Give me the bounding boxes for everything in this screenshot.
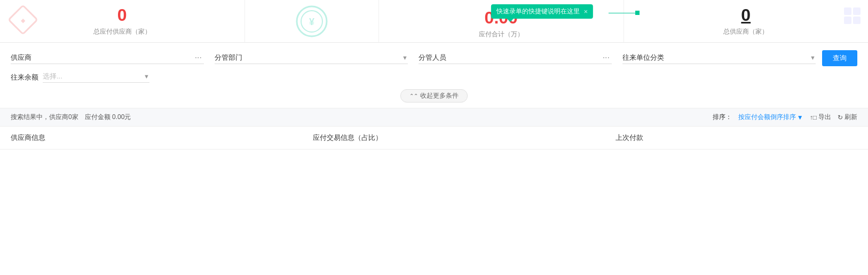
collapse-button[interactable]: ⌃⌃ 收起更多条件 xyxy=(400,89,468,103)
results-prefix: 搜索结果中，供应商 xyxy=(11,113,68,121)
results-bar: 搜索结果中，供应商0家 应付金额 0.00元 排序： 按应付会额倒序排序 ▼ ↑… xyxy=(0,108,868,127)
stats-section: ◆ 0 总应付供应商（家） ¥ 快速录单的快捷键说明在这里 × 0.00 应付合… xyxy=(0,0,868,43)
stat-payable-total: 快速录单的快捷键说明在这里 × 0.00 应付合计（万） xyxy=(379,0,624,42)
balance-dropdown-icon[interactable]: ▼ xyxy=(144,73,149,80)
results-actions: 排序： 按应付会额倒序排序 ▼ ↑□ 导出 ↻ 刷新 xyxy=(713,113,857,122)
unit-class-dropdown-icon[interactable]: ▼ xyxy=(810,54,816,61)
refresh-label: 刷新 xyxy=(845,113,857,122)
supplier-filter: 供应商 ··· xyxy=(11,53,204,64)
results-text: 搜索结果中，供应商0家 应付金额 0.00元 xyxy=(11,113,131,122)
sort-select[interactable]: 按应付会额倒序排序 ▼ xyxy=(738,113,803,122)
supplier-more-btn[interactable]: ··· xyxy=(193,53,204,62)
col-transaction-info: 应付交易信息（占比） xyxy=(313,133,615,143)
refresh-button[interactable]: ↻ 刷新 xyxy=(838,113,857,122)
unit-class-filter: 往来单位分类 ▼ xyxy=(622,53,816,64)
supplier-input[interactable] xyxy=(36,53,193,61)
total-payable-label: 总应付供应商（家） xyxy=(93,27,151,36)
balance-label: 往来余额 xyxy=(11,73,38,82)
person-input[interactable] xyxy=(451,53,601,61)
payable-total-label: 应付合计（万） xyxy=(479,30,524,39)
dept-input[interactable] xyxy=(247,53,402,61)
sort-dropdown-icon: ▼ xyxy=(797,114,803,121)
balance-placeholder: 选择... xyxy=(43,72,144,81)
unit-class-input[interactable] xyxy=(668,53,810,61)
collapse-label: 收起更多条件 xyxy=(420,91,459,100)
balance-filter: 选择... ▼ xyxy=(43,72,149,83)
results-supplier-count: 0家 xyxy=(68,113,78,121)
query-button[interactable]: 查询 xyxy=(822,50,857,66)
coin-icon-block: ¥ xyxy=(245,0,380,42)
stat-total-suppliers: 0 总供应商（家） xyxy=(624,0,869,42)
export-icon: ↑□ xyxy=(810,114,817,121)
refresh-icon: ↻ xyxy=(838,114,843,121)
person-filter: 分管人员 ··· xyxy=(419,53,612,64)
supplier-label: 供应商 xyxy=(11,53,31,62)
person-label: 分管人员 xyxy=(419,53,446,62)
svg-text:◆: ◆ xyxy=(21,17,26,23)
table-body xyxy=(0,150,868,235)
filter-row-1: 供应商 ··· 分管部门 ▼ 分管人员 ··· 往来单位分类 ▼ 查询 xyxy=(11,50,857,66)
tooltip-text: 快速录单的快捷键说明在这里 xyxy=(496,7,580,16)
dept-dropdown-icon[interactable]: ▼ xyxy=(402,54,408,61)
shortcut-tooltip: 快速录单的快捷键说明在这里 × xyxy=(491,4,594,19)
total-suppliers-label: 总供应商（家） xyxy=(723,27,768,36)
table-header: 供应商信息 应付交易信息（占比） 上次付款 xyxy=(0,127,868,150)
stat-total-payable-suppliers: ◆ 0 总应付供应商（家） xyxy=(0,0,245,42)
dept-filter: 分管部门 ▼ xyxy=(215,53,408,64)
tooltip-close-btn[interactable]: × xyxy=(584,7,588,15)
svg-text:¥: ¥ xyxy=(309,17,314,27)
results-summary: 搜索结果中，供应商0家 应付金额 0.00元 xyxy=(11,113,131,122)
sort-value: 按应付会额倒序排序 xyxy=(738,113,796,122)
col-last-payment: 上次付款 xyxy=(616,133,857,143)
results-amount-value: 0.00元 xyxy=(112,113,131,121)
filter-section: 供应商 ··· 分管部门 ▼ 分管人员 ··· 往来单位分类 ▼ 查询 往来余额… xyxy=(0,43,868,108)
person-more-btn[interactable]: ··· xyxy=(601,53,612,62)
col-supplier-info: 供应商信息 xyxy=(11,133,313,143)
diamond-icon: ◆ xyxy=(9,5,37,34)
sort-label: 排序： xyxy=(713,113,732,122)
export-button[interactable]: ↑□ 导出 xyxy=(810,113,831,122)
collapse-bar: ⌃⌃ 收起更多条件 xyxy=(11,85,857,104)
collapse-up-icon: ⌃⌃ xyxy=(409,93,418,99)
coin-icon: ¥ xyxy=(295,4,329,38)
unit-class-label: 往来单位分类 xyxy=(622,53,664,62)
dept-label: 分管部门 xyxy=(215,53,242,62)
results-amount-label: 应付金额 xyxy=(85,113,111,121)
export-label: 导出 xyxy=(818,113,831,122)
filter-row-2: 往来余额 选择... ▼ xyxy=(11,72,857,83)
total-suppliers-number: 0 xyxy=(741,6,751,25)
total-payable-number: 0 xyxy=(117,6,127,25)
